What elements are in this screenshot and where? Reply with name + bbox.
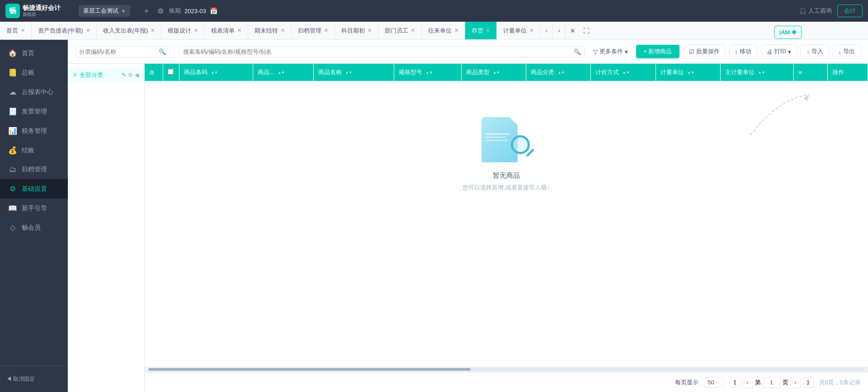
export-button[interactable]: ↓ 导出	[833, 44, 861, 59]
close-tab-template[interactable]: ✕	[194, 28, 198, 33]
tab-period-transfer[interactable]: 期末结转 ✕	[248, 22, 292, 39]
sort-type-icon[interactable]: ▲▼	[493, 71, 500, 75]
close-tab-home[interactable]: ✕	[21, 28, 25, 33]
first-page-button[interactable]: ⟪	[730, 377, 741, 388]
th-main-unit[interactable]: 主计量单位 ▲▼	[720, 64, 794, 81]
main-search-box[interactable]: 🔍	[179, 46, 585, 57]
main-search-input[interactable]	[183, 48, 571, 55]
tab-subject-init[interactable]: 科目期初 ✕	[335, 22, 378, 39]
page-number-input[interactable]	[763, 377, 781, 388]
edit-category-button[interactable]: ✎	[122, 72, 126, 78]
sidebar-item-guide[interactable]: 📖 新手引导	[0, 198, 68, 218]
sort-code-icon[interactable]: ▲▼	[278, 71, 285, 75]
iam-badge[interactable]: iAM ✱	[774, 26, 802, 39]
settings-icon[interactable]: ⚙	[156, 5, 165, 17]
th-settings[interactable]: ⚙	[145, 64, 163, 81]
category-all[interactable]: ⠿ 全部分类 ✎ ⚙ ◀	[68, 67, 144, 83]
scroll-track[interactable]	[148, 368, 864, 371]
close-tab-balance[interactable]: ✕	[86, 28, 90, 33]
th-type[interactable]: 商品类型 ▲▼	[461, 64, 526, 81]
tab-prev-button[interactable]: ‹	[540, 22, 553, 39]
close-tab-dept-staff[interactable]: ✕	[411, 28, 415, 33]
close-tab-inventory[interactable]: ✕	[486, 28, 490, 33]
close-tab-partners[interactable]: ✕	[454, 28, 458, 33]
sidebar-item-invoice[interactable]: 🧾 发票管理	[0, 102, 68, 121]
header-actions: ＋ ⚙ 账期 2023-03 📅	[141, 5, 217, 18]
sort-spec-icon[interactable]: ▲▼	[426, 71, 433, 75]
sidebar-item-basic-settings[interactable]: ⚙ 基础设置	[0, 179, 68, 198]
th-checkbox[interactable]	[163, 64, 179, 81]
sort-unit-icon[interactable]: ▲▼	[687, 71, 694, 75]
tab-income[interactable]: 收入支出表(年报) ✕	[97, 22, 162, 39]
tab-home[interactable]: 首页 ✕	[0, 22, 32, 39]
prev-page-button[interactable]: ‹	[742, 377, 753, 388]
add-product-button[interactable]: + 新增商品	[636, 45, 679, 58]
move-button[interactable]: ↕ 移动	[729, 44, 758, 59]
sort-barcode-icon[interactable]: ▲▼	[211, 71, 218, 75]
horizontal-scrollbar[interactable]	[145, 367, 868, 372]
th-extra[interactable]: ≡	[794, 64, 827, 81]
sidebar-item-home[interactable]: 🏠 首页	[0, 43, 68, 63]
filter-button[interactable]: ▽ 更多条件 ▾	[590, 46, 632, 57]
sidebar-item-archive[interactable]: 🗂 归档管理	[0, 160, 68, 179]
th-code[interactable]: 商品... ▲▼	[253, 64, 313, 81]
sidebar-item-cloud-reports[interactable]: ☁ 云报表中心	[0, 82, 68, 102]
th-name[interactable]: 商品名称 ▲▼	[313, 64, 394, 81]
sidebar-item-tax[interactable]: 📊 税务管理	[0, 121, 68, 141]
category-search-box[interactable]: 🔍	[75, 46, 175, 57]
th-unit[interactable]: 计量单位 ▲▼	[656, 64, 720, 81]
sort-name-icon[interactable]: ▲▼	[345, 71, 352, 75]
unpin-button[interactable]: ◀ 取消固定	[0, 372, 68, 387]
print-button[interactable]: 🖨 打印 ▾	[761, 44, 797, 59]
th-spec[interactable]: 规格型号 ▲▼	[394, 64, 461, 81]
settings-category-button[interactable]: ⚙	[128, 72, 133, 78]
sidebar-item-ledger[interactable]: 📒 总账	[0, 63, 68, 82]
tab-unit[interactable]: 计量单位 ✕	[497, 22, 540, 39]
close-tab-income[interactable]: ✕	[151, 28, 155, 33]
sort-main-unit-icon[interactable]: ▲▼	[758, 71, 765, 75]
th-category[interactable]: 商品分类 ▲▼	[526, 64, 590, 81]
tab-partners[interactable]: 往来单位 ✕	[422, 22, 465, 39]
tab-tax[interactable]: 税表清单 ✕	[205, 22, 248, 39]
th-price-method[interactable]: 计价方式 ▲▼	[591, 64, 656, 81]
batch-ops-button[interactable]: ☑ 批量操作	[683, 44, 726, 59]
expand-button[interactable]: ⛶	[580, 22, 593, 39]
sort-price-icon[interactable]: ▲▼	[623, 71, 630, 75]
close-all-tabs-button[interactable]: ✕	[566, 22, 580, 39]
close-tab-unit[interactable]: ✕	[529, 28, 533, 33]
th-barcode[interactable]: 商品条码 ▲▼	[179, 64, 253, 81]
collapse-panel-button[interactable]: ◀	[135, 72, 139, 78]
invoice-icon: 🧾	[8, 107, 17, 116]
sidebar-item-member[interactable]: ◇ 畅会员	[0, 218, 68, 237]
close-tab-period-transfer[interactable]: ✕	[281, 28, 285, 33]
import-button[interactable]: ↑ 导入	[801, 44, 829, 59]
search-icon[interactable]: 🔍	[159, 48, 166, 55]
close-tab-subject-init[interactable]: ✕	[368, 28, 372, 33]
sidebar-item-settle[interactable]: 💰 结账	[0, 141, 68, 160]
category-search-input[interactable]	[79, 48, 156, 55]
action-buttons: + 新增商品 ☑ 批量操作 ↕ 移动 🖨 打印 ▾ ↑ 导入	[636, 44, 861, 59]
tab-next-button[interactable]: ›	[553, 22, 566, 39]
close-tab-tax[interactable]: ✕	[237, 28, 241, 33]
close-tab-archive[interactable]: ✕	[324, 28, 328, 33]
select-all-checkbox[interactable]	[168, 69, 174, 75]
next-page-button[interactable]: ›	[790, 377, 801, 388]
sort-cat-icon[interactable]: ▲▼	[557, 71, 565, 75]
main-search-icon[interactable]: 🔍	[574, 48, 581, 55]
account-button[interactable]: 会计	[837, 5, 863, 17]
calendar-icon[interactable]: 📅	[210, 7, 217, 14]
tab-dept-staff[interactable]: 部门员工 ✕	[378, 22, 422, 39]
ai-consult-button[interactable]: 🎧 人工咨询	[799, 7, 832, 15]
per-page-select[interactable]: 50	[704, 377, 724, 387]
tab-inventory[interactable]: 存货 ✕	[465, 22, 497, 39]
tab-balance[interactable]: 资产负债表(中期) ✕	[32, 22, 97, 39]
tab-archive[interactable]: 归档管理 ✕	[292, 22, 335, 39]
add-tab-button[interactable]: ＋	[141, 5, 152, 18]
import-icon: ↑	[807, 48, 810, 55]
ledger-icon: 📒	[8, 68, 17, 77]
company-selector[interactable]: 基层工会测试 ▼	[79, 5, 130, 17]
last-page-button[interactable]: ⟫	[803, 377, 814, 388]
scroll-thumb[interactable]	[148, 368, 471, 371]
inventory-toolbar: 🔍 🔍 ▽ 更多条件 ▾ + 新增商品 ☑ 批量操作 ↕ 移动	[68, 40, 868, 64]
tab-template[interactable]: 模版设计 ✕	[161, 22, 205, 39]
